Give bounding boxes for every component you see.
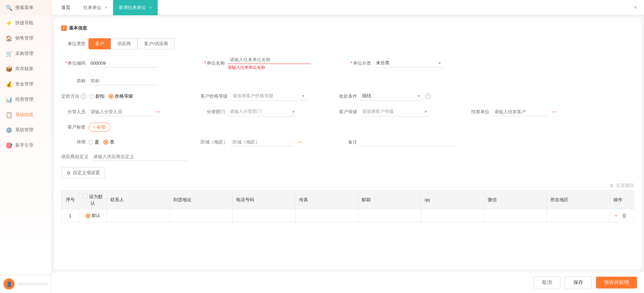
unit-btn-both[interactable]: 客户/供应商 bbox=[138, 38, 175, 49]
unit-category-item: *单位分类 未分类 ▼ bbox=[347, 58, 634, 68]
sidebar-item-operations[interactable]: 📊 经营管理 bbox=[0, 92, 51, 107]
batch-delete-label[interactable]: 批量删除 bbox=[616, 183, 634, 188]
sidebar-item-label: 库存核算 bbox=[15, 66, 33, 72]
unit-btn-supplier[interactable]: 供应商 bbox=[111, 38, 138, 49]
manager-input[interactable] bbox=[88, 108, 151, 116]
unit-type-row: 单位类型 客户 供应商 客户/供应商 bbox=[61, 38, 634, 49]
manager-label: 分管人员 bbox=[61, 109, 86, 115]
payment-terms-select[interactable]: 现结 ▼ bbox=[360, 91, 423, 101]
sidebar-item-system[interactable]: ⚙️ 系统管理 bbox=[0, 122, 51, 138]
row-index: 1 bbox=[62, 209, 79, 222]
sidebar-item-search[interactable]: 🔍 搜索菜单 bbox=[0, 0, 51, 15]
tab-new-partner[interactable]: 新增往来单位 × bbox=[113, 0, 158, 15]
table-header-row: 序号 设为默认 联系人 到货地址 电话号码 传真 邮箱 qq 微信 所在地区 操… bbox=[62, 190, 634, 209]
cancel-button[interactable]: 取消 bbox=[533, 276, 560, 289]
row-action-cell: ＋ 🗑 bbox=[613, 212, 630, 219]
disabled-item: 停用 是 否 bbox=[61, 139, 194, 145]
progress-bar bbox=[17, 283, 48, 285]
row-default: 默认 bbox=[79, 209, 107, 222]
customer-level-select[interactable]: 请选择客户等级 ▼ bbox=[360, 107, 430, 116]
sidebar-item-sales[interactable]: 🏠 销售管理 bbox=[0, 31, 51, 46]
settlement-dots-btn[interactable]: ··· bbox=[551, 109, 558, 115]
finance-icon: 💰 bbox=[6, 81, 13, 88]
pricing-row: 定价方法 ? 折扣 价格等级 客户价格 bbox=[61, 91, 634, 101]
qq-input[interactable] bbox=[425, 213, 480, 218]
customer-level-label: 客户等级 bbox=[333, 109, 357, 115]
save-button[interactable]: 保存 bbox=[565, 276, 592, 289]
unit-name-wrapper: 请输入往来单位名称 bbox=[228, 56, 340, 71]
settlement-input[interactable] bbox=[492, 108, 548, 116]
tab-partners-close[interactable]: × bbox=[105, 5, 107, 10]
unit-code-input[interactable] bbox=[88, 59, 158, 67]
row-address bbox=[170, 209, 233, 222]
col-email: 邮箱 bbox=[358, 190, 421, 209]
sidebar-item-label: 新手引导 bbox=[15, 142, 33, 148]
del-row-button[interactable]: 🗑 bbox=[622, 213, 627, 219]
section-title-text: 基本信息 bbox=[69, 25, 87, 31]
col-wechat: 微信 bbox=[484, 190, 547, 209]
col-qq: qq bbox=[421, 190, 484, 209]
tab-partners[interactable]: 往来单位 × bbox=[78, 0, 113, 15]
disabled-no-label: 否 bbox=[110, 139, 114, 145]
region-input[interactable] bbox=[230, 138, 293, 146]
dept-select[interactable]: 请输入分管部门 ▼ bbox=[228, 107, 297, 116]
unit-btn-customer[interactable]: 客户 bbox=[88, 38, 111, 49]
pricing-help-icon[interactable]: ? bbox=[81, 93, 86, 99]
email-input[interactable] bbox=[362, 213, 417, 218]
sidebar-item-label: 快捷导航 bbox=[15, 20, 33, 26]
sidebar-item-guide[interactable]: 🎯 新手引导 bbox=[0, 138, 51, 153]
pricing-discount-radio[interactable]: 折扣 bbox=[89, 93, 104, 99]
unit-type-group: 客户 供应商 客户/供应商 bbox=[88, 38, 175, 49]
supplier-custom-item: 供应商自定义 bbox=[61, 153, 235, 161]
pricing-level-radio[interactable]: 价格等级 bbox=[109, 93, 133, 99]
customer-price-level-value: 请选择客户价格等级 bbox=[233, 93, 300, 99]
region-item: 区域（地区） ··· bbox=[201, 138, 326, 146]
sidebar-item-inventory[interactable]: 📦 库存核算 bbox=[0, 61, 51, 76]
sidebar-item-purchase[interactable]: 🛒 采购管理 bbox=[0, 46, 51, 61]
unit-category-select[interactable]: 未分类 ▼ bbox=[374, 58, 443, 68]
disabled-yes-radio[interactable]: 是 bbox=[88, 139, 99, 145]
sidebar-bottom: 👤 bbox=[0, 275, 51, 293]
contacts-table: 序号 设为默认 联系人 到货地址 电话号码 传真 邮箱 qq 微信 所在地区 操… bbox=[61, 190, 634, 222]
fax-input[interactable] bbox=[299, 213, 355, 218]
disabled-no-dot bbox=[105, 141, 107, 143]
short-name-input[interactable] bbox=[88, 77, 158, 85]
wechat-input[interactable] bbox=[488, 213, 543, 218]
level-radio-circle bbox=[109, 94, 113, 99]
header-checkbox[interactable] bbox=[83, 193, 88, 198]
tab-new-partner-close[interactable]: × bbox=[149, 5, 152, 10]
sidebar-item-basic-info[interactable]: 📋 基础信息 bbox=[0, 107, 51, 122]
sidebar-item-label: 采购管理 bbox=[15, 50, 33, 57]
payment-terms-label: 收款条件 bbox=[333, 93, 357, 99]
phone-input[interactable] bbox=[236, 213, 292, 218]
tab-home[interactable]: 首页 bbox=[54, 0, 78, 15]
supplier-custom-input[interactable] bbox=[91, 153, 189, 161]
close-all-tabs[interactable]: × bbox=[630, 5, 641, 11]
region-dots-btn[interactable]: ··· bbox=[296, 139, 303, 145]
disabled-no-radio[interactable]: 否 bbox=[103, 139, 114, 145]
manager-dots-btn[interactable]: ··· bbox=[154, 109, 161, 115]
sidebar-item-finance[interactable]: 💰 资金管理 bbox=[0, 76, 51, 92]
customer-price-level-chevron-icon: ▼ bbox=[301, 94, 305, 98]
custom-settings-button[interactable]: ⚙ 自定义项设置 bbox=[61, 167, 105, 178]
customer-price-level-item: 客户价格等级 请选择客户价格等级 ▼ bbox=[201, 91, 326, 101]
payment-terms-help-icon[interactable]: ? bbox=[425, 93, 431, 99]
add-row-button[interactable]: ＋ bbox=[613, 212, 619, 219]
short-name-label: 简称 bbox=[61, 78, 86, 84]
customer-price-level-select[interactable]: 请选择客户价格等级 ▼ bbox=[230, 91, 307, 101]
unit-name-input[interactable] bbox=[228, 56, 311, 64]
row-region-input[interactable] bbox=[550, 213, 606, 218]
unit-code-item: *单位编码 bbox=[61, 59, 194, 67]
sidebar-item-label: 搜索菜单 bbox=[15, 5, 33, 11]
unit-info-row: *单位编码 *单位名称 请输入往来单位名称 *单位分类 未分类 bbox=[61, 56, 634, 71]
save-and-new-button[interactable]: 保存并新增 bbox=[596, 277, 637, 288]
address-input[interactable] bbox=[173, 213, 229, 218]
sidebar-item-quick-nav[interactable]: ⚡ 快捷导航 bbox=[0, 15, 51, 31]
remark-input[interactable] bbox=[360, 138, 457, 146]
row-default-radio[interactable]: 默认 bbox=[83, 213, 103, 219]
disabled-yes-circle bbox=[88, 140, 93, 145]
contact-input[interactable] bbox=[110, 213, 166, 218]
row-qq bbox=[421, 209, 484, 222]
add-tag-button[interactable]: + 标签 bbox=[88, 123, 110, 132]
basic-info-icon: 📋 bbox=[6, 111, 13, 118]
